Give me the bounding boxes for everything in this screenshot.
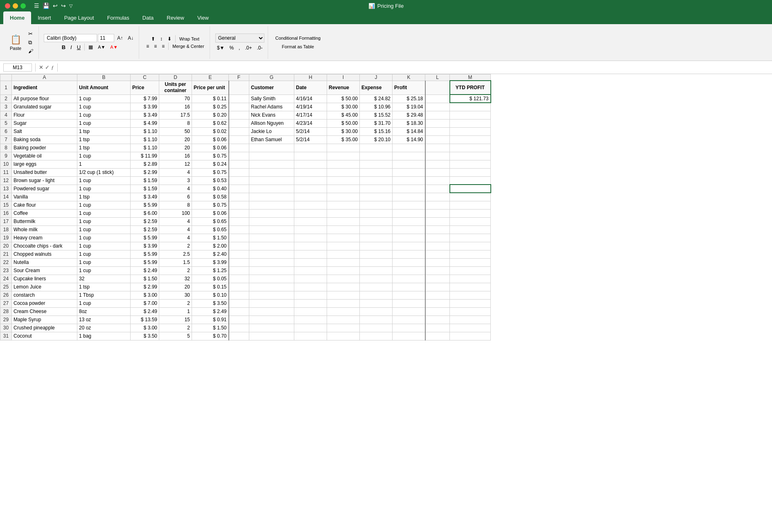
- cell-E8[interactable]: $ 0.06: [192, 144, 229, 152]
- cell-J16[interactable]: [360, 209, 393, 217]
- cell-I27[interactable]: [327, 299, 360, 307]
- cell-J6[interactable]: $ 15.16: [360, 127, 393, 135]
- cell-C30[interactable]: $ 3.00: [131, 324, 159, 332]
- cell-C24[interactable]: $ 1.50: [131, 275, 159, 283]
- cell-L24[interactable]: [425, 275, 450, 283]
- cell-M2[interactable]: $ 121.73: [450, 95, 491, 103]
- cell-G5[interactable]: Allison Nguyen: [249, 119, 294, 127]
- cell-G19[interactable]: [249, 234, 294, 242]
- cell-K16[interactable]: [393, 209, 425, 217]
- row-header-26[interactable]: 26: [0, 291, 12, 299]
- cell-H2[interactable]: 4/16/14: [294, 95, 327, 103]
- cell-B13[interactable]: 1 cup: [77, 185, 131, 193]
- cell-E19[interactable]: $ 1.50: [192, 234, 229, 242]
- cell-F15[interactable]: [229, 201, 249, 209]
- cell-K3[interactable]: $ 19.04: [393, 103, 425, 111]
- cell-A15[interactable]: Cake flour: [12, 201, 77, 209]
- confirm-formula-icon[interactable]: ✓: [45, 64, 50, 71]
- cell-H7[interactable]: 5/2/14: [294, 135, 327, 144]
- cell-B8[interactable]: 1 tsp: [77, 144, 131, 152]
- cut-button[interactable]: ✂: [26, 30, 35, 38]
- cell-C20[interactable]: $ 3.99: [131, 242, 159, 250]
- cell-D28[interactable]: 1: [159, 307, 192, 316]
- cell-F22[interactable]: [229, 258, 249, 266]
- cell-A5[interactable]: Sugar: [12, 119, 77, 127]
- cell-L2[interactable]: [425, 95, 450, 103]
- row-header-6[interactable]: 6: [0, 127, 12, 135]
- cell-A24[interactable]: Cupcake liners: [12, 275, 77, 283]
- cell-H6[interactable]: 5/2/14: [294, 127, 327, 135]
- cell-I12[interactable]: [327, 176, 360, 185]
- cell-E31[interactable]: $ 0.70: [192, 332, 229, 340]
- col-header-D[interactable]: D: [159, 74, 192, 81]
- cell-B7[interactable]: 1 tsp: [77, 135, 131, 144]
- cell-L27[interactable]: [425, 299, 450, 307]
- cell-M12[interactable]: [450, 176, 491, 185]
- cell-G7[interactable]: Ethan Samuel: [249, 135, 294, 144]
- cell-B26[interactable]: 1 Tbsp: [77, 291, 131, 299]
- row-header-4[interactable]: 4: [0, 111, 12, 119]
- align-center-button[interactable]: ≡: [152, 43, 159, 50]
- cell-B21[interactable]: 1 cup: [77, 250, 131, 258]
- cell-D29[interactable]: 15: [159, 316, 192, 324]
- cell-A31[interactable]: Coconut: [12, 332, 77, 340]
- cell-D11[interactable]: 4: [159, 168, 192, 176]
- cell-J26[interactable]: [360, 291, 393, 299]
- cell-G25[interactable]: [249, 283, 294, 291]
- cell-A13[interactable]: Powdered sugar: [12, 185, 77, 193]
- cell-J5[interactable]: $ 31.70: [360, 119, 393, 127]
- cell-E4[interactable]: $ 0.20: [192, 111, 229, 119]
- cell-H5[interactable]: 4/23/14: [294, 119, 327, 127]
- cell-A16[interactable]: Coffee: [12, 209, 77, 217]
- col-header-J[interactable]: J: [360, 74, 393, 81]
- cell-M8[interactable]: [450, 144, 491, 152]
- row-header-5[interactable]: 5: [0, 119, 12, 127]
- cell-J21[interactable]: [360, 250, 393, 258]
- cell-L14[interactable]: [425, 193, 450, 201]
- cell-K29[interactable]: [393, 316, 425, 324]
- cell-F7[interactable]: [229, 135, 249, 144]
- cell-D31[interactable]: 5: [159, 332, 192, 340]
- cell-B4[interactable]: 1 cup: [77, 111, 131, 119]
- row-header-2[interactable]: 2: [0, 95, 12, 103]
- cell-C19[interactable]: $ 5.99: [131, 234, 159, 242]
- col-header-G[interactable]: G: [249, 74, 294, 81]
- cell-H21[interactable]: [294, 250, 327, 258]
- merge-center-button[interactable]: Merge & Center: [170, 43, 206, 50]
- cell-J29[interactable]: [360, 316, 393, 324]
- cell-H13[interactable]: [294, 185, 327, 193]
- cell-M21[interactable]: [450, 250, 491, 258]
- fill-color-button[interactable]: A▼: [96, 44, 107, 50]
- cell-I30[interactable]: [327, 324, 360, 332]
- cell-A18[interactable]: Whole milk: [12, 225, 77, 234]
- row-header-16[interactable]: 16: [0, 209, 12, 217]
- cell-F17[interactable]: [229, 217, 249, 225]
- font-color-button[interactable]: A▼: [108, 44, 120, 50]
- cell-E20[interactable]: $ 2.00: [192, 242, 229, 250]
- conditional-formatting-button[interactable]: Conditional Formatting: [273, 35, 323, 42]
- cell-H19[interactable]: [294, 234, 327, 242]
- cell-D18[interactable]: 4: [159, 225, 192, 234]
- cell-H22[interactable]: [294, 258, 327, 266]
- cell-I11[interactable]: [327, 168, 360, 176]
- cell-G28[interactable]: [249, 307, 294, 316]
- cell-M15[interactable]: [450, 201, 491, 209]
- cell-M7[interactable]: [450, 135, 491, 144]
- cell-E1[interactable]: Price per unit: [192, 81, 229, 95]
- cell-J25[interactable]: [360, 283, 393, 291]
- cell-G8[interactable]: [249, 144, 294, 152]
- cell-F21[interactable]: [229, 250, 249, 258]
- cell-A17[interactable]: Buttermilk: [12, 217, 77, 225]
- cell-A21[interactable]: Chopped walnuts: [12, 250, 77, 258]
- row-header-17[interactable]: 17: [0, 217, 12, 225]
- cell-E30[interactable]: $ 1.50: [192, 324, 229, 332]
- cell-M28[interactable]: [450, 307, 491, 316]
- bold-button[interactable]: B: [60, 43, 68, 51]
- save-icon[interactable]: 💾: [43, 2, 50, 9]
- cell-A2[interactable]: All purpose flour: [12, 95, 77, 103]
- cell-L7[interactable]: [425, 135, 450, 144]
- spreadsheet-container[interactable]: A B C D E F G H I J K L M 1IngredientUni…: [0, 74, 772, 532]
- cell-A22[interactable]: Nutella: [12, 258, 77, 266]
- cell-H28[interactable]: [294, 307, 327, 316]
- cell-A25[interactable]: Lemon Juice: [12, 283, 77, 291]
